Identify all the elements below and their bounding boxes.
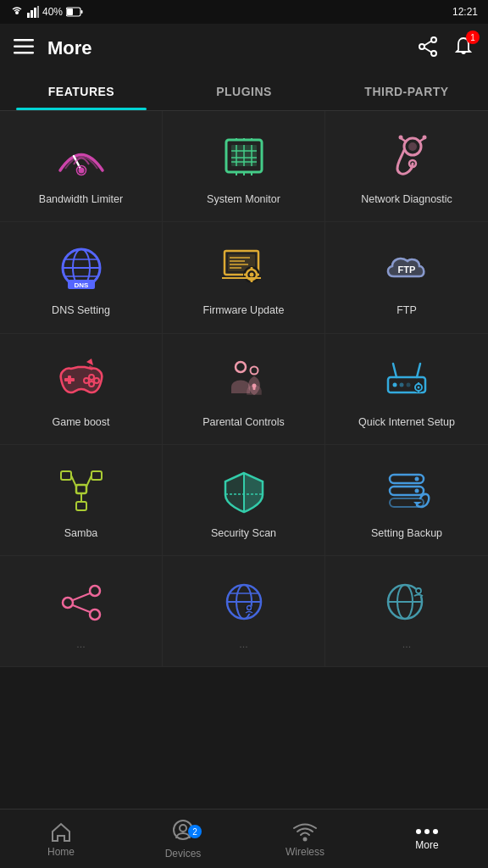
svg-rect-6: [81, 10, 83, 14]
header-icons: 1: [417, 36, 474, 61]
svg-point-119: [433, 829, 438, 834]
svg-rect-59: [256, 274, 259, 276]
samba-icon: [54, 464, 108, 518]
feature-label: Parental Controls: [202, 415, 285, 429]
game-boost-icon: [54, 353, 108, 407]
feature-globe3[interactable]: ...: [325, 556, 488, 667]
menu-button[interactable]: [14, 39, 34, 58]
svg-line-88: [86, 476, 92, 487]
svg-rect-9: [14, 46, 34, 48]
feature-label: Bandwidth Limiter: [39, 192, 123, 206]
status-right: 12:21: [452, 6, 478, 18]
svg-rect-3: [34, 8, 36, 18]
svg-text:DNS: DNS: [74, 281, 89, 289]
feature-network-diagnostic[interactable]: Network Diagnostic: [325, 111, 488, 222]
feature-globe2[interactable]: ...: [163, 556, 325, 667]
svg-point-117: [416, 829, 421, 834]
svg-line-102: [73, 605, 90, 612]
svg-rect-85: [92, 471, 102, 480]
header: More 1: [0, 24, 488, 73]
network-diagnostic-icon: [380, 130, 434, 184]
svg-point-95: [415, 476, 419, 481]
svg-rect-2: [30, 10, 33, 18]
header-title: More: [47, 37, 92, 59]
svg-line-87: [71, 476, 76, 487]
battery-icon: [66, 7, 83, 17]
feature-label: Samba: [64, 526, 98, 540]
tab-third-party[interactable]: THIRD-PARTY: [325, 73, 488, 110]
parental-controls-icon: [217, 353, 271, 407]
svg-rect-86: [76, 502, 86, 510]
svg-point-74: [400, 382, 404, 387]
feature-parental-controls[interactable]: Parental Controls: [163, 334, 325, 445]
nav-more[interactable]: More: [366, 810, 488, 868]
svg-point-68: [236, 362, 246, 372]
feature-label: Setting Backup: [371, 526, 442, 540]
feature-label: DNS Setting: [52, 303, 110, 317]
feature-system-monitor[interactable]: System Monitor: [163, 111, 325, 222]
page-content: Bandwidth Limiter: [0, 111, 488, 726]
nav-wireless[interactable]: Wireless: [244, 810, 366, 868]
feature-samba[interactable]: Samba: [0, 445, 163, 556]
feature-quick-internet-setup[interactable]: Quick Internet Setup: [325, 334, 488, 445]
devices-badge: 2: [188, 825, 202, 838]
svg-rect-57: [250, 279, 252, 282]
security-scan-icon: [217, 464, 271, 518]
feature-game-boost[interactable]: Game boost: [0, 334, 163, 445]
wireless-icon: [293, 821, 317, 843]
svg-point-99: [63, 598, 73, 608]
tab-plugins[interactable]: PLUGINS: [163, 73, 325, 110]
header-left: More: [14, 37, 92, 59]
feature-share[interactable]: ...: [0, 556, 163, 667]
feature-label: Security Scan: [211, 526, 276, 540]
feature-label: ...: [76, 637, 85, 651]
firmware-update-icon: [217, 241, 271, 295]
feature-firmware-update[interactable]: Firmware Update: [163, 222, 325, 333]
svg-rect-83: [76, 485, 86, 493]
svg-point-98: [90, 586, 100, 596]
system-monitor-icon: [217, 130, 271, 184]
dns-setting-icon: DNS: [54, 241, 108, 295]
feature-security-scan[interactable]: Security Scan: [163, 445, 325, 556]
svg-rect-63: [64, 378, 75, 381]
notification-button[interactable]: 1: [452, 36, 474, 61]
feature-label: Network Diagnostic: [361, 192, 452, 206]
share-button[interactable]: [417, 36, 439, 61]
svg-point-13: [431, 51, 436, 56]
svg-point-38: [408, 142, 417, 151]
nav-home[interactable]: Home: [0, 810, 122, 868]
home-icon: [49, 821, 73, 843]
setting-backup-icon: [380, 464, 434, 518]
svg-point-69: [250, 366, 258, 374]
svg-rect-81: [418, 382, 419, 385]
nav-wireless-label: Wireless: [286, 846, 324, 858]
svg-rect-84: [61, 471, 71, 480]
svg-point-96: [415, 488, 419, 492]
svg-rect-71: [252, 386, 255, 390]
svg-rect-58: [244, 274, 247, 276]
more-dots-icon: [415, 827, 439, 836]
bottom-nav: Home 2 Devices Wireless More: [0, 809, 488, 868]
cellular-icon: [27, 6, 39, 18]
feature-label: FTP: [396, 303, 417, 317]
svg-line-101: [73, 593, 90, 600]
svg-point-55: [249, 273, 253, 277]
share-icon: [54, 575, 108, 629]
feature-setting-backup[interactable]: Setting Backup: [325, 445, 488, 556]
svg-point-0: [15, 11, 19, 14]
feature-label: System Monitor: [207, 192, 280, 206]
svg-line-76: [393, 364, 396, 377]
feature-dns-setting[interactable]: DNS DNS Setting: [0, 222, 163, 333]
tab-features[interactable]: FEATURES: [0, 73, 163, 110]
svg-point-75: [407, 382, 411, 387]
quick-internet-setup-icon: [380, 353, 434, 407]
svg-point-100: [90, 609, 100, 620]
svg-point-73: [393, 382, 397, 387]
feature-bandwidth-limiter[interactable]: Bandwidth Limiter: [0, 111, 163, 222]
feature-ftp[interactable]: FTP FTP: [325, 222, 488, 333]
nav-devices[interactable]: 2 Devices: [122, 810, 244, 868]
battery-text: 40%: [42, 6, 63, 18]
nav-devices-label: Devices: [165, 848, 202, 860]
feature-label: Quick Internet Setup: [358, 415, 455, 429]
tabs-bar: FEATURES PLUGINS THIRD-PARTY: [0, 73, 488, 111]
